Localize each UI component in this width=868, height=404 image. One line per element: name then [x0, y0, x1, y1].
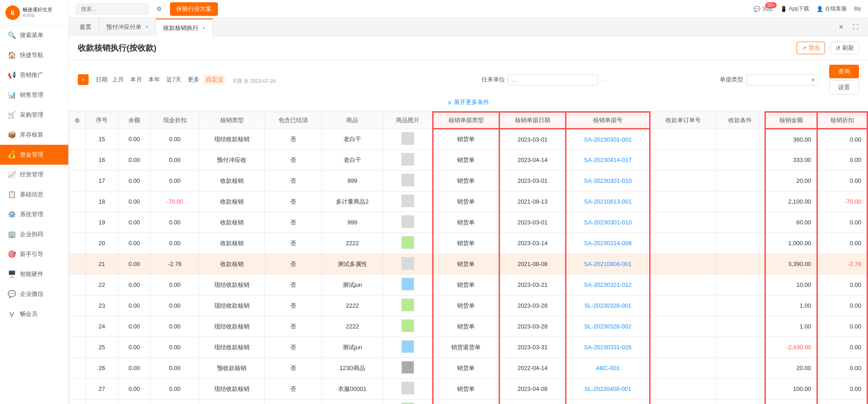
sidebar-item-sales[interactable]: 📊销售管理 — [0, 85, 68, 105]
tab-home[interactable]: 首页 — [72, 18, 99, 36]
cell-product-img — [383, 358, 433, 379]
sidebar-purchase-label: 采购管理 — [20, 111, 43, 119]
cell-receipt-note-no[interactable]: SA-20230414-017 — [566, 150, 650, 171]
search-input[interactable] — [76, 4, 148, 14]
receipt-note-link[interactable]: SL-20230328-001 — [584, 302, 631, 309]
cell-balance: 0.00 — [118, 358, 151, 379]
sidebar-item-quicknav[interactable]: 🏠快捷导航 — [0, 45, 68, 65]
cell-receipt-note-no[interactable]: SA-20210813-001 — [566, 191, 650, 212]
query-button[interactable]: 查询 — [829, 65, 859, 78]
sidebar-item-purchase[interactable]: 🛒采购管理 — [0, 105, 68, 125]
cell-receipt-note-no[interactable]: ABC-001 — [566, 358, 650, 379]
filter-date-7days[interactable]: 近7天 — [165, 75, 183, 85]
sidebar-item-finance[interactable]: 💰资金管理 — [0, 145, 68, 165]
receipt-note-link[interactable]: SA-20230301-010 — [584, 177, 632, 184]
receipt-note-link[interactable]: ABC-001 — [596, 365, 620, 371]
filter-date-custom[interactable]: 自定义 — [204, 75, 225, 85]
th-seq: 序号 — [86, 112, 118, 129]
cell-receipt-note-no[interactable]: SL-20230328-002 — [566, 316, 650, 337]
user-profile[interactable]: Rit — [854, 6, 861, 12]
export-label: 导出 — [808, 44, 820, 52]
cell-receipt-note-no[interactable]: SA-20230301-001 — [566, 129, 650, 150]
filter-expand-arrow[interactable]: » — [78, 74, 89, 85]
tab-prepay[interactable]: 预付冲应付单 × — [99, 18, 156, 36]
filter-date-thismonth[interactable]: 本月 — [128, 75, 144, 85]
table-row: 28 0.00 0.00 现结收款核销 否 2222 销货单 2023-04-1… — [69, 399, 868, 404]
message-button[interactable]: 💬 消息 99+ — [754, 5, 773, 13]
sidebar-item-marketing[interactable]: 📢营销推广 — [0, 65, 68, 85]
receipt-note-link[interactable]: SA-20230414-017 — [584, 157, 632, 163]
cell-receipt-note-no[interactable]: SA-20230301-010 — [566, 171, 650, 191]
page-header-actions: ↗ 导出 ↺ 刷新 — [797, 42, 859, 54]
filter-settings-button[interactable]: 设置 — [829, 80, 859, 95]
cell-balance: 0.00 — [118, 337, 151, 358]
cell-balance: 0.00 — [118, 191, 151, 212]
tab-close-button[interactable]: ✕ — [835, 22, 846, 33]
refresh-button[interactable]: ↺ 刷新 — [830, 42, 859, 54]
filter-dates: 上月 本月 本年 近7天 更多 自定义 — [110, 75, 225, 85]
tab-prepay-close[interactable]: × — [145, 24, 148, 30]
message-badge: 99+ — [765, 2, 777, 8]
cell-writeoff-type: 现结收款核销 — [199, 275, 264, 295]
th-settings[interactable]: ⚙ — [69, 112, 86, 129]
sidebar-item-guide[interactable]: 🎯新手引导 — [0, 244, 68, 264]
filter-date-more[interactable]: 更多 — [186, 75, 201, 85]
sidebar-item-basic[interactable]: 📋基础信息 — [0, 185, 68, 204]
cell-settings — [69, 212, 86, 233]
sidebar-operations-label: 经营管理 — [20, 171, 43, 179]
expand-more-conditions[interactable]: ∨ 展开更多条件 — [78, 98, 859, 106]
cell-product-img — [383, 399, 433, 404]
filter-date-lastmonth[interactable]: 上月 — [110, 75, 126, 85]
receipt-note-link[interactable]: SL-20230408-001 — [584, 385, 631, 392]
sidebar-item-enterprise[interactable]: 🏢企业协同 — [0, 224, 68, 244]
sidebar-item-wechat[interactable]: 💬企业微信 — [0, 284, 68, 304]
cell-receipt-note-no[interactable]: SA-20230314-008 — [566, 233, 650, 254]
cell-receipt-note-type: 销货退货单 — [433, 337, 499, 358]
sidebar-item-hardware[interactable]: 🖥️智能硬件 — [0, 264, 68, 284]
cell-receipt-note-no[interactable]: SA-20210808-001 — [566, 254, 650, 275]
receipt-note-link[interactable]: SA-20230314-008 — [584, 240, 632, 247]
filter-receipt-type-select[interactable] — [746, 74, 818, 86]
cell-cash-discount: 0.00 — [151, 316, 199, 337]
sidebar-sales-icon: 📊 — [7, 90, 16, 100]
tab-receipt[interactable]: 收款核销执行 × — [156, 19, 213, 37]
sidebar-system-icon: ⚙️ — [7, 210, 16, 219]
cell-receipt-note-no[interactable]: SL-20230328-001 — [566, 295, 650, 316]
receipt-note-link[interactable]: SL-20230328-002 — [584, 323, 631, 330]
tab-receipt-close[interactable]: × — [202, 25, 205, 31]
receipt-note-link[interactable]: SA-20230331-026 — [584, 344, 632, 351]
gear-icon[interactable]: ⚙ — [154, 4, 165, 14]
cell-settings — [69, 191, 86, 212]
cell-product-img — [383, 337, 433, 358]
sidebar-item-search[interactable]: 🔍搜索菜单 — [0, 25, 68, 45]
filter-trading-unit-input[interactable] — [508, 74, 598, 86]
cell-receipt-note-no[interactable]: SA-20230331-026 — [566, 337, 650, 358]
cell-receipt-note-no[interactable]: SA-20230321-012 — [566, 275, 650, 295]
sidebar-item-operations[interactable]: 📈经营管理 — [0, 165, 68, 185]
tab-maximize-button[interactable]: ⛶ — [850, 22, 861, 33]
receipt-note-link[interactable]: SA-20230321-012 — [584, 281, 632, 288]
receipt-note-link[interactable]: SA-20210813-001 — [584, 198, 632, 205]
cell-writeoff-type: 现结收款核销 — [199, 399, 264, 404]
cell-receipt-note-no[interactable]: SA-20230301-010 — [566, 212, 650, 233]
sidebar-wechat-label: 企业微信 — [20, 290, 43, 298]
online-service-button[interactable]: 👤 在线客服 — [816, 5, 847, 13]
filter-date-thisyear[interactable]: 本年 — [146, 75, 162, 85]
sidebar-item-inventory[interactable]: 📦库存核算 — [0, 125, 68, 145]
industry-solution-button[interactable]: 休验行业方案 — [170, 2, 218, 16]
receipt-note-link[interactable]: SA-20230301-010 — [584, 219, 632, 226]
sidebar-item-system[interactable]: ⚙️系统管理 — [0, 204, 68, 224]
receipt-note-link[interactable]: SA-20230301-001 — [584, 136, 632, 143]
cell-receipt-note-no[interactable]: SL-20230418-001 — [566, 399, 650, 404]
cell-balance: 0.00 — [118, 212, 151, 233]
logo-icon: 6 — [5, 5, 20, 20]
column-settings-icon[interactable]: ⚙ — [75, 117, 80, 124]
export-button[interactable]: ↗ 导出 — [797, 42, 825, 54]
cell-receipt-note-no[interactable]: SL-20230408-001 — [566, 379, 650, 399]
sidebar-member-icon: V — [7, 309, 16, 318]
sidebar-finance-icon: 💰 — [7, 150, 16, 159]
sidebar-item-member[interactable]: V畅会员 — [0, 304, 68, 324]
app-download-button[interactable]: 📱 App下载 — [780, 5, 809, 13]
cell-cash-discount: 0.00 — [151, 295, 199, 316]
receipt-note-link[interactable]: SA-20210808-001 — [584, 261, 632, 267]
